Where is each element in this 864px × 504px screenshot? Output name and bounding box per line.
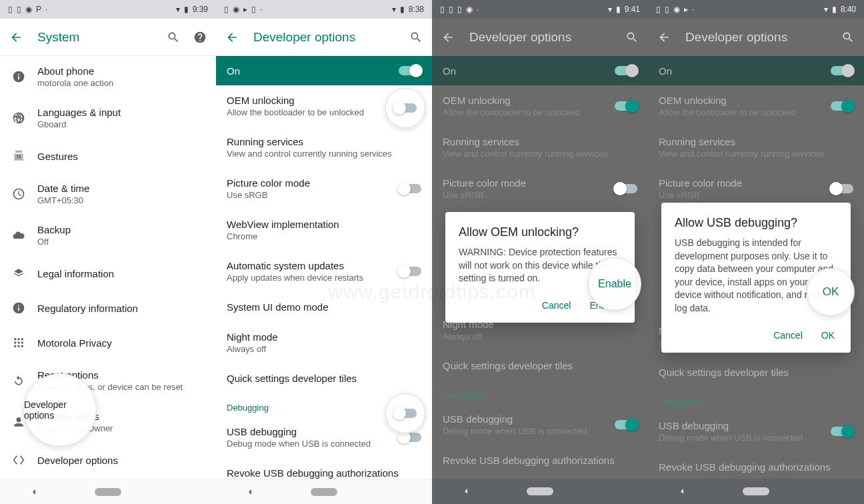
date-time-item[interactable]: Date & timeGMT+05:30 — [0, 173, 216, 215]
toggle-switch — [831, 184, 853, 193]
legal-icon — [11, 265, 27, 281]
touch-highlight: Developer options — [23, 373, 97, 447]
code-icon — [11, 452, 27, 468]
cloud-icon — [11, 227, 27, 243]
dialog-title: Allow USB debugging? — [675, 216, 837, 230]
picture-color-item[interactable]: Picture color modeUse sRGB — [216, 168, 432, 209]
nav-back-icon[interactable] — [242, 486, 258, 498]
page-title: Developer options — [253, 30, 408, 45]
nav-recent[interactable] — [174, 486, 190, 498]
backup-item[interactable]: BackupOff — [0, 215, 216, 256]
back-icon[interactable] — [656, 29, 672, 45]
demo-mode-item[interactable]: System UI demo mode — [216, 292, 432, 322]
gesture-icon — [11, 148, 27, 164]
navigation-bar — [216, 479, 432, 504]
toggle-switch[interactable] — [399, 66, 421, 75]
navigation-bar — [648, 479, 864, 504]
navigation-bar — [432, 479, 648, 504]
globe-icon — [11, 110, 27, 126]
clock: 9:39 — [193, 5, 208, 14]
quick-tiles-item: Quick settings developer tiles — [648, 357, 864, 387]
page-title: Developer options — [469, 30, 624, 45]
back-icon[interactable] — [8, 29, 24, 45]
toggle-switch — [615, 184, 637, 193]
toggle-switch[interactable] — [399, 184, 421, 193]
ok-button[interactable]: OK — [819, 326, 837, 345]
app-bar: System — [0, 19, 216, 56]
revoke-usb-item: Revoke USB debugging authorizations — [648, 452, 864, 479]
nav-home-pill[interactable] — [743, 487, 769, 495]
oem-dialog-screen: ▯▯▯◉· ▾▮9:41 Developer options On OEM un… — [432, 0, 648, 504]
toggle-switch[interactable] — [399, 433, 421, 442]
toggle-switch — [615, 420, 637, 429]
nav-back-icon[interactable] — [26, 486, 42, 498]
auto-updates-item[interactable]: Automatic system updatesApply updates wh… — [216, 251, 432, 292]
help-icon[interactable] — [192, 29, 208, 45]
nav-home-pill[interactable] — [95, 488, 121, 496]
cancel-button[interactable]: Cancel — [771, 326, 805, 345]
legal-item[interactable]: Legal information — [0, 256, 216, 291]
info-icon — [11, 300, 27, 316]
gestures-item[interactable]: Gestures — [0, 139, 216, 173]
nav-recent[interactable] — [606, 485, 622, 497]
running-services-item[interactable]: Running servicesView and control current… — [216, 127, 432, 168]
regulatory-item[interactable]: Regulatory information — [0, 291, 216, 325]
touch-highlight — [385, 393, 425, 433]
debugging-header: Debugging — [648, 387, 864, 411]
usb-dialog-screen: ▯▯◉▸· ▾▮8:40 Developer options On OEM un… — [648, 0, 864, 504]
languages-item[interactable]: Languages & inputGboard — [0, 97, 216, 139]
back-icon[interactable] — [224, 29, 240, 45]
nav-back-icon[interactable] — [458, 485, 474, 497]
dialog-title: Allow OEM unlocking? — [459, 225, 621, 239]
nav-recent[interactable] — [822, 485, 838, 497]
master-toggle: On — [648, 56, 864, 85]
nav-home-pill[interactable] — [311, 488, 337, 496]
back-icon[interactable] — [440, 29, 456, 45]
info-icon — [11, 69, 27, 85]
nav-back-icon[interactable] — [674, 485, 690, 497]
status-bar: ▯◉▸▯· ▾▮8:38 — [216, 0, 432, 19]
app-bar: Developer options — [432, 19, 648, 56]
oem-unlocking-item: OEM unlockingAllow the bootloader to be … — [432, 85, 648, 127]
status-bar: ▯▯◉▸· ▾▮8:40 — [648, 0, 864, 19]
revoke-usb-item: Revoke USB debugging authorizations — [432, 445, 648, 475]
quick-tiles-item[interactable]: Quick settings developer tiles — [216, 363, 432, 393]
toggle-switch — [615, 101, 637, 111]
bug-report-item: Bug report shortcut — [432, 475, 648, 479]
touch-highlight: Enable — [588, 257, 641, 311]
clock-icon — [11, 186, 27, 202]
oem-unlocking-item: OEM unlockingAllow the bootloader to be … — [648, 85, 864, 127]
page-title: System — [37, 30, 165, 45]
system-updates-item[interactable]: System updatesUpdated to Android 9 — [0, 477, 216, 479]
night-mode-item[interactable]: Night modeAlways off — [216, 322, 432, 363]
app-bar: Developer options — [648, 19, 864, 56]
privacy-item[interactable]: Motorola Privacy — [0, 325, 216, 360]
search-icon[interactable] — [624, 29, 640, 45]
cancel-button[interactable]: Cancel — [539, 296, 574, 315]
search-icon[interactable] — [408, 29, 424, 45]
about-phone-item[interactable]: About phonemotorola one action — [0, 56, 216, 97]
revoke-usb-item[interactable]: Revoke USB debugging authorizations — [216, 458, 432, 479]
quick-tiles-item: Quick settings developer tiles — [432, 351, 648, 381]
usb-debugging-item: USB debuggingDebug mode when USB is conn… — [432, 404, 648, 445]
search-icon[interactable] — [165, 29, 181, 45]
master-toggle[interactable]: On — [216, 56, 432, 85]
touch-highlight: OK — [807, 268, 855, 316]
master-toggle: On — [432, 56, 648, 85]
search-icon[interactable] — [840, 29, 856, 45]
reset-icon — [11, 373, 27, 389]
page-title: Developer options — [685, 30, 840, 45]
battery-icon: ▮ — [184, 5, 189, 14]
toggle-switch — [831, 101, 853, 111]
app-bar: Developer options — [216, 19, 432, 56]
developer-options-item[interactable]: Developer options — [0, 443, 216, 477]
developer-options-screen: ▯◉▸▯· ▾▮8:38 Developer options On OEM un… — [216, 0, 432, 504]
webview-item[interactable]: WebView implementationChrome — [216, 209, 432, 251]
toggle-switch[interactable] — [399, 267, 421, 276]
grid-icon — [11, 335, 27, 351]
nav-home-pill[interactable] — [527, 487, 553, 495]
toggle-switch — [615, 66, 637, 75]
status-bar: ▯▯▯◉· ▾▮9:41 — [432, 0, 648, 19]
nav-recent[interactable] — [390, 486, 406, 498]
status-bar: ▯▯◉P· ▾▮9:39 — [0, 0, 216, 19]
